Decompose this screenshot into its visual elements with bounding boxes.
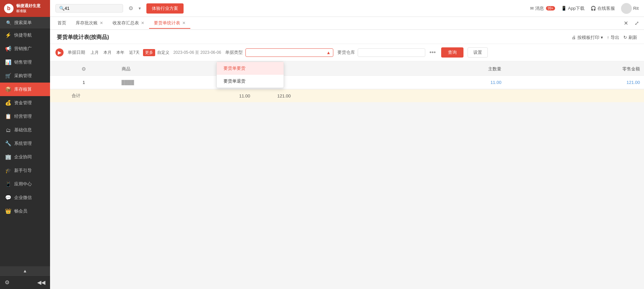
user-name: Rit <box>633 6 639 11</box>
brand-version: 标准版 <box>16 9 41 14</box>
th-quantity: 主数量 <box>390 63 505 76</box>
sidebar-item-finance[interactable]: 💰 资金管理 <box>0 96 50 110</box>
tab-collect-summary-close[interactable]: ✕ <box>141 21 144 25</box>
sidebar-scroll-up[interactable]: ▲ <box>0 266 50 275</box>
sidebar-logo: b 畅捷通好生意 标准版 <box>0 0 50 17</box>
tab-home-label: 首页 <box>57 20 66 26</box>
tab-inventory-batch-close[interactable]: ✕ <box>100 21 103 25</box>
type-filter-chevron-icon[interactable]: ▲ <box>326 50 331 55</box>
type-filter-input[interactable] <box>245 48 333 57</box>
sidebar-item-base-info[interactable]: 🗂 基础信息 <box>0 123 50 137</box>
table-header-row: ⚙ 商品 主计量单位 主数量 零售金额 <box>50 63 644 76</box>
header-left: 🔍 ⚙ ▾ 体验行业方案 <box>55 3 184 14</box>
top-header: 🔍 ⚙ ▾ 体验行业方案 ✉ 消息 99+ 📱 App下载 🎧 在线客服 <box>50 0 644 17</box>
user-area[interactable]: Rit <box>621 3 639 14</box>
filter-expand-btn[interactable]: ▶ <box>55 48 64 57</box>
print-template-btn[interactable]: 🖨 按模板打印 ▾ <box>572 35 603 41</box>
sidebar-item-label: 快捷导航 <box>14 32 32 38</box>
settings-btn[interactable]: 设置 <box>468 47 488 58</box>
app-download-btn[interactable]: 📱 App下载 <box>561 5 585 12</box>
warehouse-filter-input[interactable] <box>358 48 425 57</box>
app-download-label: App下载 <box>568 5 585 12</box>
header-search-box[interactable]: 🔍 <box>55 4 123 13</box>
sales-icon: 📊 <box>5 59 11 66</box>
sidebar-item-label: 畅会员 <box>14 208 27 214</box>
footer-spacer: 11.00 121.00 <box>108 93 640 98</box>
table-settings-icon[interactable]: ⚙ <box>81 66 86 72</box>
td-amount[interactable]: 121.00 <box>505 76 644 89</box>
message-btn[interactable]: ✉ 消息 99+ <box>530 5 555 12</box>
sidebar-item-guide[interactable]: 🎓 新手引导 <box>0 164 50 177</box>
footer-unit-space <box>176 93 210 98</box>
date-last-month[interactable]: 上月 <box>89 49 100 56</box>
header-search-input[interactable] <box>65 6 112 11</box>
sidebar-item-label: 库存核算 <box>14 86 32 92</box>
sidebar-item-purchase[interactable]: 🛒 采购管理 <box>0 69 50 83</box>
sidebar-item-operations[interactable]: 📋 经营管理 <box>0 110 50 123</box>
tab-order-stats[interactable]: 要货单统计表 ✕ <box>149 18 190 29</box>
type-dropdown-menu: 要货单要货 要货单退货 <box>216 62 284 88</box>
tab-inventory-batch[interactable]: 库存批次账 ✕ <box>71 18 108 29</box>
header-chevron-icon[interactable]: ▾ <box>139 6 141 11</box>
table-container: ⚙ 商品 主计量单位 主数量 零售金额 1 ████ 块 <box>50 63 644 102</box>
sidebar-search-item[interactable]: 🔍 搜索菜单 <box>0 17 50 28</box>
td-quantity[interactable]: 11.00 <box>390 76 505 89</box>
enterprise-icon: 🏢 <box>5 154 11 160</box>
message-badge: 99+ <box>546 6 555 10</box>
sidebar-item-wechat[interactable]: 💬 企业微信 <box>0 191 50 204</box>
refresh-btn[interactable]: ↻ 刷新 <box>623 35 637 41</box>
tab-close-all-btn[interactable]: ✕ <box>621 19 630 28</box>
sidebar-item-label: 营销推广 <box>14 46 32 52</box>
tab-expand-btn[interactable]: ⤢ <box>632 19 641 28</box>
online-service-btn[interactable]: 🎧 在线客服 <box>591 5 615 12</box>
inventory-icon: 📦 <box>5 86 11 93</box>
sidebar-item-system[interactable]: 🔧 系统管理 <box>0 137 50 150</box>
tab-collect-summary[interactable]: 收发存汇总表 ✕ <box>108 18 149 29</box>
header-settings-icon[interactable]: ⚙ <box>128 5 133 12</box>
settings-icon[interactable]: ⚙ <box>5 279 9 286</box>
quantity-link[interactable]: 11.00 <box>491 80 502 85</box>
date-this-month[interactable]: 本月 <box>102 49 113 56</box>
trial-btn[interactable]: 体验行业方案 <box>146 3 184 14</box>
date-custom-btn[interactable]: 自定义 <box>157 50 169 55</box>
collapse-icon[interactable]: ◀◀ <box>37 279 45 286</box>
sidebar-item-member[interactable]: 👑 畅会员 <box>0 204 50 218</box>
filter-bar: ▶ 单据日期 上月 本月 本年 近7天 更多 自定义 2023-05-06 至 … <box>50 44 644 61</box>
export-btn[interactable]: ↑ 导出 <box>607 35 620 41</box>
tab-home[interactable]: 首页 <box>53 18 71 29</box>
sidebar-item-inventory[interactable]: 📦 库存核算 <box>0 83 50 96</box>
sidebar-bottom: ⚙ ◀◀ <box>0 275 50 289</box>
sidebar-item-sales[interactable]: 📊 销售管理 <box>0 55 50 69</box>
tab-order-stats-close[interactable]: ✕ <box>182 21 186 25</box>
sidebar: b 畅捷通好生意 标准版 🔍 搜索菜单 ⚡ 快捷导航 📢 营销推广 📊 销售管理… <box>0 0 50 289</box>
quick-nav-icon: ⚡ <box>5 32 11 39</box>
amount-link[interactable]: 121.00 <box>626 80 640 85</box>
refresh-icon: ↻ <box>623 35 627 40</box>
sidebar-search-label: 搜索菜单 <box>14 20 32 26</box>
date-more-btn[interactable]: 更多 <box>143 49 155 56</box>
dropdown-item-order-purchase[interactable]: 要货单要货 <box>217 62 284 75</box>
sidebar-item-marketing[interactable]: 📢 营销推广 <box>0 42 50 55</box>
filter-more-icon[interactable]: ••• <box>428 49 437 56</box>
tab-bar: 首页 库存批次账 ✕ 收发存汇总表 ✕ 要货单统计表 ✕ ✕ ⤢ <box>50 17 644 30</box>
tab-collect-summary-label: 收发存汇总表 <box>113 20 139 26</box>
date-range-text: 2023-05-06 至 2023-06-06 <box>173 50 221 55</box>
header-search-icon: 🔍 <box>59 6 65 11</box>
sidebar-nav: ⚡ 快捷导航 📢 营销推广 📊 销售管理 🛒 采购管理 📦 库存核算 💰 资金管… <box>0 28 50 266</box>
header-right: ✉ 消息 99+ 📱 App下载 🎧 在线客服 Rit <box>530 3 639 14</box>
sidebar-item-label: 新手引导 <box>14 168 32 174</box>
th-settings[interactable]: ⚙ <box>50 63 118 76</box>
date-last-7-days[interactable]: 近7天 <box>128 49 141 56</box>
date-this-year[interactable]: 本年 <box>115 49 126 56</box>
sidebar-item-enterprise[interactable]: 🏢 企业协同 <box>0 150 50 164</box>
query-btn[interactable]: 查询 <box>441 47 463 58</box>
print-chevron-icon[interactable]: ▾ <box>601 35 603 40</box>
table-row: 1 ████ 块 11.00 121.00 <box>50 76 644 89</box>
tab-actions: ✕ ⤢ <box>621 19 641 28</box>
user-avatar <box>621 3 632 14</box>
dropdown-item-order-return[interactable]: 要货单退货 <box>217 75 284 88</box>
th-amount: 零售金额 <box>505 63 644 76</box>
online-service-label: 在线客服 <box>597 5 615 12</box>
sidebar-item-app-center[interactable]: 📱 应用中心 <box>0 177 50 191</box>
sidebar-item-quick-nav[interactable]: ⚡ 快捷导航 <box>0 28 50 42</box>
